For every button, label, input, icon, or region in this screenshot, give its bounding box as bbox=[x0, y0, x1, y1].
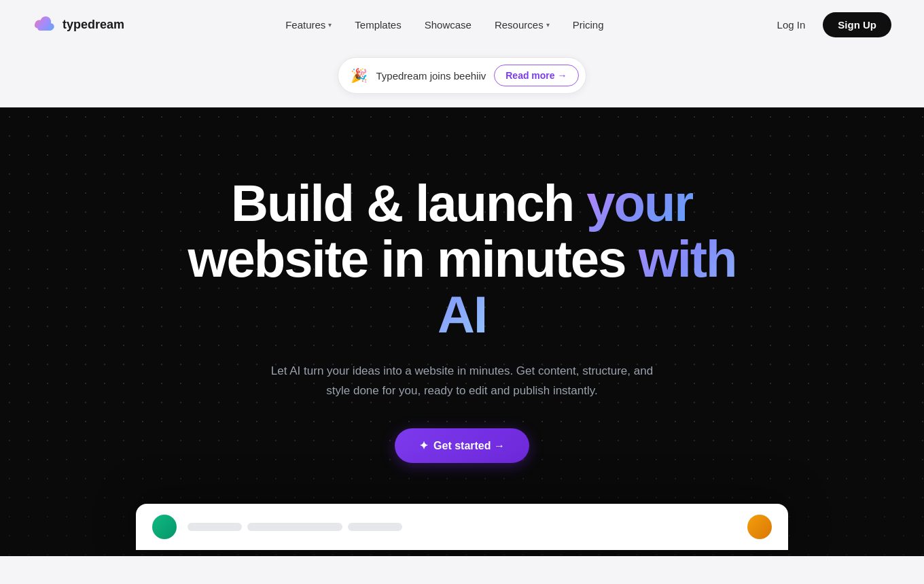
hero-headline-line2-white: website in minutes bbox=[188, 230, 638, 288]
get-started-label: Get started → bbox=[433, 440, 505, 452]
nav-item-showcase[interactable]: Showcase bbox=[415, 14, 481, 36]
nav-resources-label: Resources bbox=[495, 19, 544, 31]
preview-avatar-left bbox=[152, 515, 177, 539]
logo-icon bbox=[33, 12, 57, 37]
preview-bar-3 bbox=[348, 523, 402, 531]
announcement-pill: 🎉 Typedream joins beehiiv Read more → bbox=[338, 57, 586, 94]
nav-pricing-label: Pricing bbox=[573, 19, 604, 31]
nav-templates-label: Templates bbox=[355, 19, 401, 31]
logo[interactable]: typedream bbox=[33, 12, 124, 37]
announcement-text: Typedream joins beehiiv bbox=[376, 70, 486, 82]
signup-button[interactable]: Sign Up bbox=[823, 12, 891, 37]
nav-showcase-label: Showcase bbox=[425, 19, 472, 31]
hero-headline-gradient-your: your bbox=[586, 174, 693, 232]
announcement-emoji: 🎉 bbox=[351, 67, 368, 84]
sparkle-icon: ✦ bbox=[419, 439, 428, 452]
nav-item-resources[interactable]: Resources ▾ bbox=[485, 14, 559, 36]
nav-item-templates[interactable]: Templates bbox=[345, 14, 410, 36]
hero-preview-window bbox=[136, 504, 788, 550]
login-button[interactable]: Log In bbox=[765, 14, 818, 36]
nav-links: Features ▾ Templates Showcase Resources … bbox=[276, 14, 613, 36]
chevron-down-icon-resources: ▾ bbox=[546, 21, 550, 29]
get-started-button[interactable]: ✦ Get started → bbox=[395, 428, 529, 463]
preview-bar-1 bbox=[188, 523, 242, 531]
logo-text: typedream bbox=[63, 18, 124, 32]
announcement-bar: 🎉 Typedream joins beehiiv Read more → bbox=[0, 49, 924, 107]
hero-headline: Build & launch your website in minutes w… bbox=[183, 175, 741, 343]
hero-subtext: Let AI turn your ideas into a website in… bbox=[265, 362, 659, 401]
hero-section: Build & launch your website in minutes w… bbox=[0, 107, 924, 556]
hero-headline-line1-white: Build & launch bbox=[231, 174, 586, 232]
nav-item-pricing[interactable]: Pricing bbox=[563, 14, 614, 36]
preview-avatar-right bbox=[747, 515, 772, 539]
chevron-down-icon: ▾ bbox=[328, 21, 332, 29]
preview-bar-2 bbox=[247, 523, 342, 531]
announcement-read-more-link[interactable]: Read more → bbox=[494, 65, 578, 86]
nav-item-features[interactable]: Features ▾ bbox=[276, 14, 341, 36]
nav-actions: Log In Sign Up bbox=[765, 12, 891, 37]
preview-content bbox=[188, 523, 736, 531]
nav-features-label: Features bbox=[285, 19, 325, 31]
hero-content: Build & launch your website in minutes w… bbox=[156, 175, 768, 463]
navbar: typedream Features ▾ Templates Showcase … bbox=[0, 0, 924, 49]
